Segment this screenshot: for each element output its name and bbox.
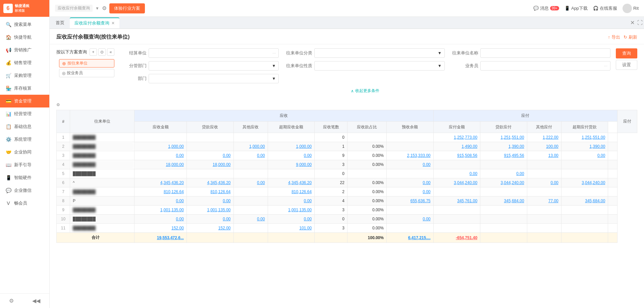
sidebar-item-basic-info[interactable]: 📋基础信息: [0, 120, 49, 133]
cell-other-receivable[interactable]: [233, 169, 268, 178]
collapse-sidebar-icon[interactable]: ◀◀: [32, 298, 40, 304]
cell-overdue-payable[interactable]: 345,684.00: [561, 196, 608, 206]
sidebar-item-enterprise[interactable]: 🤝企业协同: [0, 146, 49, 159]
cell-overdue-receivable[interactable]: 4,345,436.20: [268, 178, 315, 187]
cell-loan-payable[interactable]: [480, 224, 527, 233]
cell-loan-payable[interactable]: 3,044,240.00: [480, 178, 527, 187]
dept-manager-select[interactable]: ▼: [149, 61, 279, 71]
tab-maximize-icon[interactable]: ⛶: [637, 20, 643, 26]
tab-home[interactable]: 首页: [51, 17, 69, 28]
cell-overdue-receivable[interactable]: 0.00: [268, 215, 315, 224]
cell-other-payable[interactable]: 13.00: [527, 151, 561, 160]
cell-overdue-payable[interactable]: [561, 215, 608, 224]
cell-prepaid-balance[interactable]: [386, 224, 433, 233]
cell-prepaid-balance[interactable]: 0.00: [386, 187, 433, 196]
settlement-unit-input[interactable]: ···: [149, 48, 279, 58]
cell-overdue-receivable[interactable]: 9,000.00: [268, 160, 315, 169]
settings-bottom-icon[interactable]: ⚙: [9, 298, 14, 304]
cell-receivable-amount[interactable]: 1,000.00: [135, 142, 187, 151]
cell-receivable-amount[interactable]: 1,001,135.00: [135, 206, 187, 215]
cell-loan-payable[interactable]: [480, 206, 527, 215]
settings-button[interactable]: 设置: [616, 60, 637, 70]
cell-other-receivable[interactable]: [233, 224, 268, 233]
cell-loan-payable[interactable]: 0.00: [480, 169, 527, 178]
sidebar-item-inventory[interactable]: 🏪库存核算: [0, 82, 49, 95]
cell-loan-receivable[interactable]: [186, 133, 233, 142]
cell-other-receivable[interactable]: 1,000.00: [233, 142, 268, 151]
cell-loan-receivable[interactable]: [186, 169, 233, 178]
cell-other-receivable[interactable]: 0.00: [233, 178, 268, 187]
cell-prepaid-balance[interactable]: 0.00: [386, 215, 433, 224]
cell-other-receivable[interactable]: 0.00: [233, 215, 268, 224]
cell-receivable-amount[interactable]: 152.00: [135, 224, 187, 233]
cell-overdue-payable[interactable]: [561, 187, 608, 196]
cell-receivable-amount[interactable]: 4,345,436.20: [135, 178, 187, 187]
footer-payable-amount[interactable]: -654,751.40: [433, 233, 480, 243]
cell-payable-amount[interactable]: 0.00: [433, 169, 480, 178]
cell-overdue-receivable[interactable]: 0.00: [268, 151, 315, 160]
cell-loan-receivable[interactable]: [186, 142, 233, 151]
partner-name-input[interactable]: [480, 48, 610, 58]
cell-other-payable[interactable]: [527, 224, 561, 233]
collapse-scheme-btn[interactable]: «: [107, 48, 114, 56]
cell-receivable-amount[interactable]: 0.00: [135, 151, 187, 160]
collapse-button[interactable]: ∧ 收起更多条件: [351, 88, 379, 94]
partner-category-select[interactable]: ▼: [314, 48, 444, 58]
sidebar-item-vip[interactable]: V畅会员: [0, 197, 49, 210]
cell-prepaid-balance[interactable]: 2,153,333.00: [386, 151, 433, 160]
cell-overdue-payable[interactable]: 1,390.00: [561, 142, 608, 151]
tab-close-window-icon[interactable]: ✕: [630, 19, 635, 26]
cell-other-payable[interactable]: [527, 169, 561, 178]
footer-prepaid-balance[interactable]: 6,417,215....: [386, 233, 433, 243]
sidebar-item-purchase[interactable]: 🛒采购管理: [0, 69, 49, 82]
cell-overdue-payable[interactable]: [561, 224, 608, 233]
cell-loan-payable[interactable]: [480, 160, 527, 169]
cell-payable-amount[interactable]: 915,508.56: [433, 151, 480, 160]
query-button[interactable]: 查询: [616, 48, 637, 58]
sidebar-item-sales[interactable]: 💰销售管理: [0, 56, 49, 69]
cell-receivable-amount[interactable]: 0.00: [135, 196, 187, 206]
sidebar-item-newbie[interactable]: 📖新手引导: [0, 159, 49, 171]
cell-other-receivable[interactable]: [233, 206, 268, 215]
export-button[interactable]: ↑ 导出: [608, 34, 621, 40]
cell-prepaid-balance[interactable]: 655,636.75: [386, 196, 433, 206]
user-profile-item[interactable]: Rit: [623, 4, 639, 13]
cell-loan-payable[interactable]: 1,390.00: [480, 142, 527, 151]
cell-prepaid-balance[interactable]: 0.00: [386, 160, 433, 169]
cell-loan-receivable[interactable]: 18,000.00: [186, 160, 233, 169]
tab-query[interactable]: 应收应付余额查询 ✕: [70, 17, 119, 28]
cell-other-payable[interactable]: [527, 160, 561, 169]
sidebar-item-smart-hw[interactable]: 📱智能硬件: [0, 171, 49, 184]
cell-payable-amount[interactable]: [433, 160, 480, 169]
cell-prepaid-balance[interactable]: [386, 206, 433, 215]
cell-prepaid-balance[interactable]: [386, 142, 433, 151]
cell-receivable-amount[interactable]: [135, 169, 187, 178]
cell-loan-payable[interactable]: 345,684.00: [480, 196, 527, 206]
table-settings-icon[interactable]: ⚙: [56, 102, 60, 107]
cell-payable-amount[interactable]: 1,490.00: [433, 142, 480, 151]
target-scheme-btn[interactable]: ⊙: [98, 48, 106, 56]
cell-payable-amount[interactable]: 3,044,240.00: [433, 178, 480, 187]
footer-receivable-amount[interactable]: 19,553,472,6...: [135, 233, 187, 243]
sidebar-item-marketing[interactable]: 📢营销推广: [0, 44, 49, 56]
sidebar-item-operation[interactable]: 📊经营管理: [0, 107, 49, 120]
cell-other-receivable[interactable]: [233, 160, 268, 169]
cell-loan-receivable[interactable]: 152.00: [186, 224, 233, 233]
cell-other-receivable[interactable]: [233, 133, 268, 142]
partner-nature-select[interactable]: ▼: [314, 61, 444, 71]
cell-overdue-receivable[interactable]: [268, 169, 315, 178]
cell-other-receivable[interactable]: [233, 187, 268, 196]
cell-receivable-amount[interactable]: 0.00: [135, 215, 187, 224]
cell-loan-receivable[interactable]: 1,001,135.00: [186, 206, 233, 215]
cell-prepaid-balance[interactable]: [386, 133, 433, 142]
cell-overdue-payable[interactable]: 3,044,240.00: [561, 178, 608, 187]
cell-overdue-receivable[interactable]: 1,001,135.00: [268, 206, 315, 215]
cell-other-payable[interactable]: 100.00: [527, 142, 561, 151]
cell-loan-payable[interactable]: [480, 215, 527, 224]
cell-overdue-payable[interactable]: [561, 160, 608, 169]
cell-overdue-payable[interactable]: [561, 169, 608, 178]
cell-loan-payable[interactable]: 1,251,551.00: [480, 133, 527, 142]
cell-overdue-receivable[interactable]: [268, 133, 315, 142]
cell-loan-receivable[interactable]: 810,126.64: [186, 187, 233, 196]
cell-loan-receivable[interactable]: 0.00: [186, 151, 233, 160]
